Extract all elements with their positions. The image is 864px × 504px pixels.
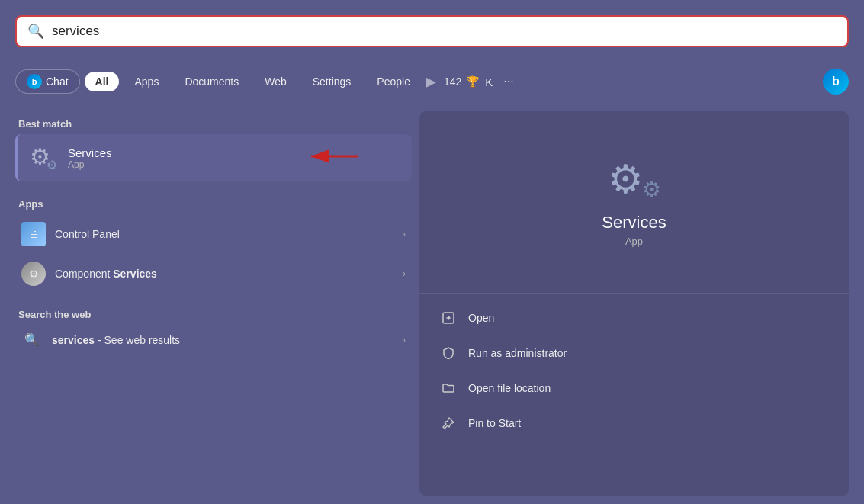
best-match-item[interactable]: ⚙ ⚙ Services App (15, 134, 412, 181)
tab-chat-label: Chat (46, 75, 69, 88)
pin-icon (439, 414, 458, 432)
best-match-text: Services App (68, 146, 112, 170)
web-section: Search the web 🔍 services - See web resu… (15, 301, 412, 355)
web-search-icon: 🔍 (21, 332, 43, 347)
app-item-component-services[interactable]: ⚙ Component Services › (15, 254, 412, 294)
control-panel-name: Control Panel (55, 228, 393, 240)
best-match-label: Best match (15, 111, 412, 134)
best-match-title: Services (68, 146, 112, 159)
bing-icon-chat: b (27, 74, 42, 89)
tab-all-label: All (95, 75, 109, 88)
search-input[interactable] (52, 24, 837, 39)
right-gear-main: ⚙ (608, 156, 644, 202)
play-icon[interactable]: ▶ (426, 73, 436, 90)
tab-settings-label: Settings (313, 75, 352, 88)
web-search-item[interactable]: 🔍 services - See web results › (15, 325, 412, 355)
best-match-subtitle: App (68, 159, 112, 170)
bing-icon-right[interactable]: b (823, 69, 849, 95)
tab-documents[interactable]: Documents (174, 72, 249, 91)
tab-apps-label: Apps (134, 75, 159, 88)
run-as-admin-label: Run as administrator (468, 347, 567, 359)
control-panel-icon: 🖥 (21, 222, 46, 246)
web-search-chevron: › (403, 335, 406, 345)
right-panel-top: ⚙ ⚙ Services App (419, 111, 849, 294)
tab-settings[interactable]: Settings (302, 72, 362, 91)
right-app-type: App (625, 236, 643, 247)
tab-chat[interactable]: b Chat (15, 69, 80, 94)
action-run-as-admin[interactable]: Run as administrator (435, 336, 833, 370)
action-pin-to-start[interactable]: Pin to Start (435, 406, 833, 440)
pin-to-start-label: Pin to Start (468, 417, 521, 429)
more-options-button[interactable]: ··· (497, 72, 519, 91)
tab-letter: K (485, 75, 493, 88)
open-icon (439, 309, 458, 327)
apps-section: Apps 🖥 Control Panel › ⚙ Component Servi… (15, 191, 412, 294)
tab-web[interactable]: Web (254, 72, 297, 91)
services-icon: ⚙ ⚙ (28, 143, 57, 172)
component-services-icon: ⚙ (21, 262, 46, 286)
tabs-row: b Chat All Apps Documents Web Settings P… (15, 69, 849, 95)
search-icon: 🔍 (27, 23, 44, 40)
result-count: 142 (444, 75, 461, 88)
tab-all[interactable]: All (85, 72, 120, 91)
main-area: Best match ⚙ ⚙ Services App (15, 111, 849, 496)
open-file-location-label: Open file location (468, 382, 551, 394)
web-section-label: Search the web (15, 301, 412, 325)
right-gear-small: ⚙ (642, 177, 661, 202)
open-label: Open (468, 312, 494, 324)
folder-icon (439, 379, 458, 397)
right-app-name: Services (602, 213, 666, 233)
tab-people[interactable]: People (366, 72, 421, 91)
web-search-text: services - See web results (52, 334, 393, 346)
tab-people-label: People (377, 75, 410, 88)
trophy-icon: 🏆 (466, 75, 479, 88)
tab-apps[interactable]: Apps (124, 72, 169, 91)
component-services-chevron: › (403, 268, 406, 279)
red-arrow (305, 145, 366, 171)
action-open-file-location[interactable]: Open file location (435, 371, 833, 405)
right-panel: ⚙ ⚙ Services App Open (419, 111, 849, 496)
search-bar: 🔍 (15, 15, 849, 47)
apps-section-label: Apps (15, 191, 412, 214)
tab-web-label: Web (265, 75, 287, 88)
tab-documents-label: Documents (185, 75, 239, 88)
control-panel-chevron: › (403, 229, 406, 239)
action-open[interactable]: Open (435, 301, 833, 335)
right-actions: Open Run as administrator Open file loca… (419, 294, 849, 496)
shield-icon (439, 344, 458, 362)
left-panel: Best match ⚙ ⚙ Services App (15, 111, 412, 496)
app-item-control-panel[interactable]: 🖥 Control Panel › (15, 214, 412, 254)
component-services-name: Component Services (55, 268, 393, 280)
right-services-icon: ⚙ ⚙ (608, 156, 661, 202)
gear-small-icon: ⚙ (47, 158, 57, 172)
